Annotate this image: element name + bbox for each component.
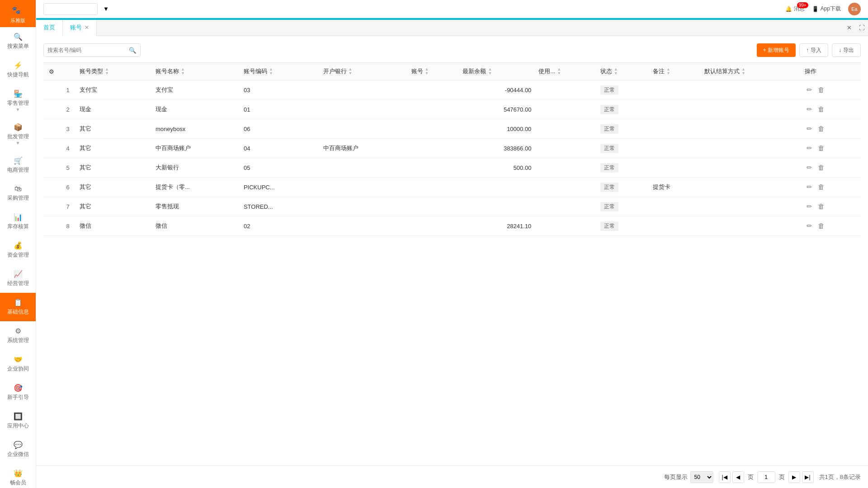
- row-use-6: [535, 197, 596, 216]
- col-remark-header[interactable]: 备注 ▲▼: [649, 63, 701, 80]
- sidebar-item-wholesale[interactable]: 📦 批发管理 ▼: [0, 117, 36, 151]
- sidebar-item-search[interactable]: 🔍 搜索菜单: [0, 27, 36, 56]
- delete-button-4[interactable]: 🗑: [816, 163, 826, 172]
- remark-sort-icon[interactable]: ▲▼: [666, 67, 670, 75]
- sidebar-item-operations[interactable]: 📈 经营管理: [0, 264, 36, 293]
- delete-button-3[interactable]: 🗑: [816, 143, 826, 153]
- name-sort-icon[interactable]: ▲▼: [181, 67, 185, 75]
- col-default-header[interactable]: 默认结算方式 ▲▼: [701, 63, 801, 80]
- tab-collapse-button[interactable]: ✕: [843, 22, 855, 34]
- row-name-2: moneybosx: [152, 119, 240, 139]
- row-num-0: 1: [60, 80, 76, 100]
- delete-button-6[interactable]: 🗑: [816, 202, 826, 211]
- import-button[interactable]: ↑ 导入: [799, 43, 828, 57]
- per-page-select[interactable]: 50 20 100: [690, 471, 713, 483]
- row-status-0: 正常: [597, 80, 649, 100]
- default-sort-icon[interactable]: ▲▼: [741, 67, 745, 75]
- row-setting-7: [43, 216, 60, 236]
- delete-button-2[interactable]: 🗑: [816, 124, 826, 133]
- tab-home[interactable]: 首页: [36, 20, 63, 36]
- delete-button-5[interactable]: 🗑: [816, 182, 826, 192]
- row-balance-0: -90444.00: [459, 80, 535, 100]
- edit-button-2[interactable]: ✏: [805, 124, 814, 134]
- col-type-header[interactable]: 账号类型 ▲▼: [76, 63, 152, 80]
- status-sort-icon[interactable]: ▲▼: [614, 67, 618, 75]
- col-code-header[interactable]: 账号编码 ▲▼: [240, 63, 320, 80]
- sidebar-item-collab[interactable]: 🤝 企业协同: [0, 350, 36, 378]
- ecom-icon: 🛒: [14, 156, 23, 165]
- sidebar-item-guide[interactable]: 🎯 新手引导: [0, 378, 36, 407]
- sidebar-item-ecom[interactable]: 🛒 电商管理: [0, 151, 36, 179]
- tab-account[interactable]: 账号 ✕: [63, 20, 97, 36]
- sidebar-item-finance[interactable]: 💰 资金管理: [0, 236, 36, 264]
- delete-button-0[interactable]: 🗑: [816, 85, 826, 94]
- type-sort-icon[interactable]: ▲▼: [105, 67, 109, 75]
- tab-expand-button[interactable]: ⛶: [855, 22, 868, 34]
- collab-icon: 🤝: [14, 355, 23, 364]
- row-account-0: [408, 80, 459, 100]
- sidebar-item-app-center[interactable]: 🔲 应用中心: [0, 407, 36, 435]
- balance-sort-icon[interactable]: ▲▼: [488, 67, 492, 75]
- sidebar-item-basic-info[interactable]: 📋 基础信息: [0, 293, 36, 321]
- message-button[interactable]: 🔔 消息 99+: [785, 5, 805, 13]
- edit-button-4[interactable]: ✏: [805, 163, 814, 173]
- use-sort-icon[interactable]: ▲▼: [557, 67, 561, 75]
- row-bank-1: [320, 100, 408, 119]
- code-sort-icon[interactable]: ▲▼: [269, 67, 273, 75]
- col-status-header[interactable]: 状态 ▲▼: [597, 63, 649, 80]
- row-remark-7: [649, 216, 701, 236]
- tab-actions: ✕ ⛶: [843, 22, 868, 34]
- edit-button-6[interactable]: ✏: [805, 202, 814, 211]
- row-setting-2: [43, 119, 60, 139]
- account-sort-icon[interactable]: ▲▼: [425, 67, 429, 75]
- edit-button-5[interactable]: ✏: [805, 182, 814, 192]
- sidebar-item-corp-wechat[interactable]: 💬 企业微信: [0, 435, 36, 464]
- delete-button-1[interactable]: 🗑: [816, 104, 826, 114]
- sidebar-item-inventory[interactable]: 📊 库存核算: [0, 207, 36, 236]
- topbar-dropdown[interactable]: ▼: [103, 5, 109, 12]
- edit-button-0[interactable]: ✏: [805, 85, 814, 95]
- row-name-6: 零售抵现: [152, 197, 240, 216]
- column-settings-icon[interactable]: ⚙: [49, 68, 54, 75]
- avatar[interactable]: Ea: [848, 3, 861, 15]
- edit-button-1[interactable]: ✏: [805, 104, 814, 114]
- col-balance-header[interactable]: 最新余额 ▲▼: [459, 63, 535, 80]
- sidebar-item-member[interactable]: 👑 畅会员: [0, 464, 36, 488]
- app-download-button[interactable]: 📱 App下载: [812, 5, 841, 13]
- sidebar: 🐾 乐雅版 🔍 搜索菜单 ⚡ 快捷导航 🏪 零售管理 ▼ 📦 批发管理 ▼ 🛒 …: [0, 0, 36, 488]
- page-input[interactable]: [757, 471, 775, 483]
- next-page-button[interactable]: ▶: [788, 471, 800, 483]
- row-setting-4: [43, 158, 60, 178]
- topbar-search-input[interactable]: [43, 3, 98, 15]
- delete-button-7[interactable]: 🗑: [816, 221, 826, 230]
- col-settings[interactable]: ⚙: [43, 63, 60, 80]
- member-icon: 👑: [14, 469, 23, 478]
- row-action-0: ✏ 🗑: [801, 80, 861, 100]
- prev-page-button[interactable]: ◀: [732, 471, 744, 483]
- col-bank-header[interactable]: 开户银行 ▲▼: [320, 63, 408, 80]
- row-type-1: 现金: [76, 100, 152, 119]
- row-remark-3: [649, 139, 701, 158]
- search-input[interactable]: [44, 43, 125, 57]
- tab-close-icon[interactable]: ✕: [85, 24, 89, 31]
- status-badge: 正常: [600, 221, 618, 231]
- accounts-table: ⚙ 账号类型 ▲▼ 账号名称 ▲▼: [43, 62, 861, 236]
- edit-button-3[interactable]: ✏: [805, 143, 814, 153]
- col-name-header[interactable]: 账号名称 ▲▼: [152, 63, 240, 80]
- export-button[interactable]: ↓ 导出: [832, 43, 861, 57]
- col-account-header[interactable]: 账号 ▲▼: [408, 63, 459, 80]
- bank-sort-icon[interactable]: ▲▼: [349, 67, 353, 75]
- col-use-header[interactable]: 使用... ▲▼: [535, 63, 596, 80]
- last-page-button[interactable]: ▶|: [802, 471, 814, 483]
- sidebar-item-quicknav[interactable]: ⚡ 快捷导航: [0, 56, 36, 84]
- sidebar-item-purchase[interactable]: 🛍 采购管理: [0, 179, 36, 207]
- sidebar-item-system[interactable]: ⚙ 系统管理: [0, 321, 36, 350]
- sidebar-item-retail[interactable]: 🏪 零售管理 ▼: [0, 84, 36, 117]
- first-page-button[interactable]: |◀: [719, 471, 731, 483]
- search-button[interactable]: 🔍: [125, 43, 140, 57]
- row-remark-2: [649, 119, 701, 139]
- row-type-2: 其它: [76, 119, 152, 139]
- edit-button-7[interactable]: ✏: [805, 221, 814, 231]
- row-bank-7: [320, 216, 408, 236]
- new-account-button[interactable]: + 新增账号: [757, 43, 796, 57]
